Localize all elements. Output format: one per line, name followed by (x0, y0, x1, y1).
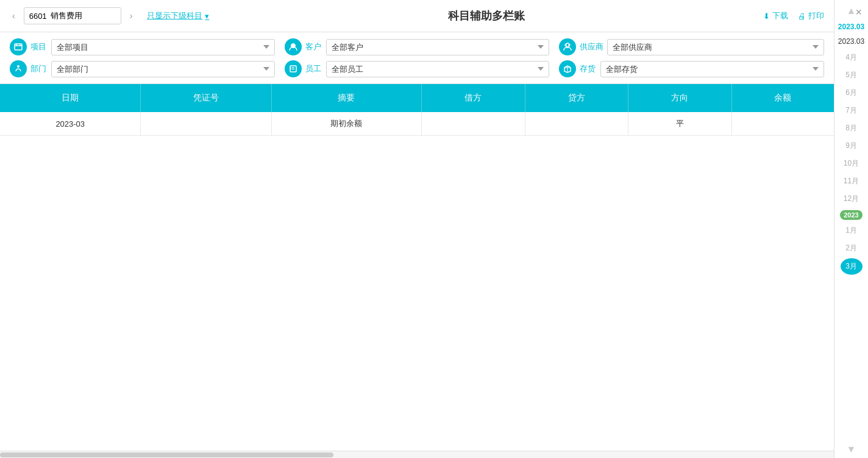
year-badge: 2023 (840, 210, 862, 220)
cell-balance (731, 112, 834, 136)
account-code: 6601 (29, 12, 47, 21)
side-panel-down-arrow[interactable]: ▼ (844, 442, 859, 457)
toolbar-right: ⬇ 下载 🖨 打印 (763, 10, 824, 21)
col-date: 日期 (0, 84, 141, 112)
inventory-icon (559, 60, 576, 77)
svg-point-11 (290, 67, 291, 68)
side-month-11[interactable]: 11月 (834, 172, 868, 190)
cell-summary: 期初余额 (271, 112, 421, 136)
filter-dropdown-label: 只显示下级科目 (147, 10, 202, 21)
department-select[interactable]: 全部部门 (51, 61, 275, 77)
table-wrapper: 日期 凭证号 摘要 借方 贷方 方向 余额 2023-03期初余额平 (0, 84, 834, 451)
cell-voucher (141, 112, 271, 136)
filter-dropdown-button[interactable]: 只显示下级科目 ▾ (147, 10, 209, 21)
customer-label: 客户 (305, 41, 322, 52)
print-icon: 🖨 (798, 12, 806, 21)
side-month-10[interactable]: 10月 (834, 155, 868, 172)
scrollbar-thumb (0, 453, 333, 457)
supplier-label: 供应商 (580, 41, 603, 52)
print-label: 打印 (808, 10, 824, 21)
col-balance: 余额 (731, 84, 834, 112)
filter-item-department: 部门 全部部门 (10, 60, 275, 77)
filter-dropdown-chevron-icon: ▾ (205, 12, 209, 21)
account-code-box: 6601 销售费用 (24, 7, 121, 24)
page-title: 科目辅助多栏账 (215, 9, 757, 23)
col-credit: 贷方 (525, 84, 628, 112)
side-month-6[interactable]: 6月 (834, 84, 868, 102)
department-label: 部门 (30, 63, 48, 74)
project-select[interactable]: 全部项目 (51, 39, 275, 55)
side-month-8[interactable]: 8月 (834, 119, 868, 137)
project-icon (10, 38, 27, 55)
svg-point-5 (564, 44, 567, 46)
account-name: 销售费用 (51, 10, 82, 21)
side-month-7[interactable]: 7月 (834, 102, 868, 119)
cell-date: 2023-03 (0, 112, 141, 136)
svg-point-7 (17, 65, 20, 68)
close-button[interactable]: × (855, 6, 862, 19)
supplier-icon (559, 38, 576, 55)
download-label: 下载 (772, 10, 788, 21)
col-voucher: 凭证号 (141, 84, 271, 112)
side-month-9[interactable]: 9月 (834, 137, 868, 155)
svg-rect-0 (15, 44, 22, 50)
project-label: 项目 (30, 41, 48, 52)
side-period-2023-03-first[interactable]: 2023.03 (834, 19, 868, 34)
employee-icon (285, 60, 302, 77)
customer-icon (285, 38, 302, 55)
filter-item-project: 项目 全部项目 (10, 38, 275, 55)
main-table: 日期 凭证号 摘要 借方 贷方 方向 余额 2023-03期初余额平 (0, 84, 834, 136)
nav-prev-button[interactable]: ‹ (10, 10, 18, 22)
supplier-select[interactable]: 全部供应商 (607, 39, 824, 55)
cell-credit (525, 112, 628, 136)
table-row: 2023-03期初余额平 (0, 112, 834, 136)
side-month-2[interactable]: 2月 (834, 239, 868, 257)
download-icon: ⬇ (763, 12, 770, 21)
side-month-4[interactable]: 4月 (834, 49, 868, 66)
employee-select[interactable]: 全部员工 (326, 61, 550, 77)
side-month-3-active[interactable]: 3月 (841, 258, 863, 275)
table-header-row: 日期 凭证号 摘要 借方 贷方 方向 余额 (0, 84, 834, 112)
side-panel: ▲ 2023.03 2023.03 4月 5月 6月 7月 8月 9月 10月 … (834, 0, 868, 458)
department-icon (10, 60, 27, 77)
filter-item-inventory: 存货 全部存货 (559, 60, 824, 77)
side-month-5[interactable]: 5月 (834, 66, 868, 84)
filter-row-2: 部门 全部部门 员工 (10, 60, 824, 77)
bottom-scrollbar[interactable] (0, 451, 834, 458)
svg-point-12 (290, 69, 291, 69)
nav-next-button[interactable]: › (127, 10, 135, 22)
col-direction: 方向 (628, 84, 732, 112)
filter-row-1: 项目 全部项目 客户 全部客户 (10, 38, 824, 55)
inventory-select[interactable]: 全部存货 (600, 61, 824, 77)
svg-point-6 (568, 44, 571, 46)
filter-item-employee: 员工 全部员工 (285, 60, 550, 77)
cell-debit (422, 112, 525, 136)
print-button[interactable]: 🖨 打印 (798, 10, 824, 21)
filter-item-supplier: 供应商 全部供应商 (559, 38, 824, 55)
download-button[interactable]: ⬇ 下载 (763, 10, 788, 21)
customer-select[interactable]: 全部客户 (326, 39, 550, 55)
inventory-label: 存货 (580, 63, 597, 74)
side-month-1[interactable]: 1月 (834, 222, 868, 239)
filter-item-customer: 客户 全部客户 (285, 38, 550, 55)
side-period-2023-03-second[interactable]: 2023.03 (834, 34, 868, 49)
col-debit: 借方 (422, 84, 525, 112)
filter-area: 项目 全部项目 客户 全部客户 (0, 32, 834, 84)
col-summary: 摘要 (271, 84, 421, 112)
side-month-12[interactable]: 12月 (834, 190, 868, 208)
top-bar: ‹ 6601 销售费用 › 只显示下级科目 ▾ 科目辅助多栏账 ⬇ 下载 🖨 打… (0, 0, 834, 32)
employee-label: 员工 (305, 63, 322, 74)
cell-direction: 平 (628, 112, 732, 136)
